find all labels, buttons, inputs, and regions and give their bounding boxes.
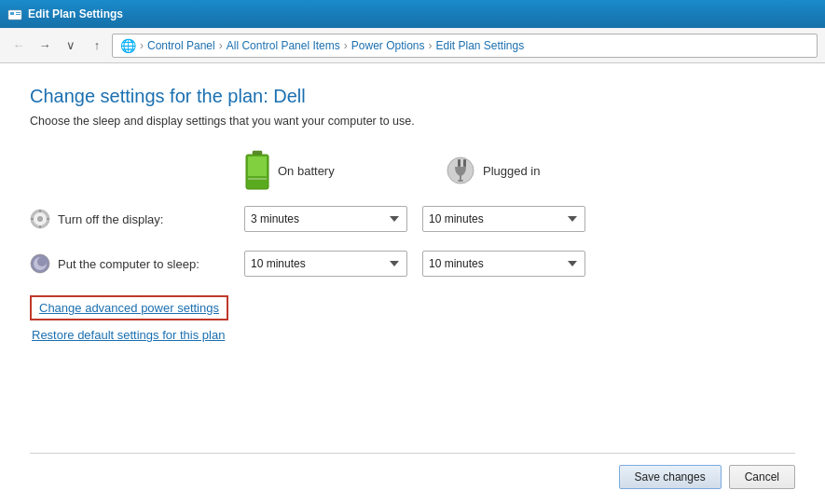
svg-rect-19 [47,218,49,220]
breadcrumb-all-items[interactable]: All Control Panel Items [227,39,340,52]
svg-rect-12 [460,175,461,180]
down-button[interactable]: ∨ [60,34,82,57]
page-title: Change settings for the plan: Dell [30,86,795,107]
svg-point-22 [37,257,47,266]
breadcrumb-power-options[interactable]: Power Options [351,39,425,52]
breadcrumb: 🌐 › Control Panel › All Control Panel It… [112,34,818,58]
breadcrumb-control-panel[interactable]: Control Panel [147,39,215,52]
sleep-controls: 1 minute 5 minutes 10 minutes 15 minutes… [244,251,585,277]
forward-button[interactable]: → [34,34,56,57]
display-icon [30,209,50,229]
display-setting-row: Turn off the display: 1 minute 2 minutes… [30,206,795,232]
sleep-label: Put the computer to sleep: [30,253,244,274]
svg-rect-7 [248,176,267,185]
svg-rect-8 [248,178,267,180]
restore-defaults-link[interactable]: Restore default settings for this plan [32,328,225,342]
window-icon [7,7,22,21]
advanced-settings-link[interactable]: Change advanced power settings [30,295,228,320]
sleep-setting-row: Put the computer to sleep: 1 minute 5 mi… [30,251,795,277]
battery-column-header: On battery [244,150,431,191]
plugged-label: Plugged in [483,164,540,178]
svg-rect-2 [16,12,21,13]
links-container: Change advanced power settings Restore d… [30,295,795,342]
back-button[interactable]: ← [7,34,30,57]
save-button[interactable]: Save changes [619,465,722,489]
main-content: Change settings for the plan: Dell Choos… [0,63,825,504]
sleep-icon [30,253,50,274]
sleep-battery-select[interactable]: 1 minute 5 minutes 10 minutes 15 minutes… [244,251,407,277]
svg-rect-1 [10,12,14,15]
svg-rect-11 [463,159,466,167]
display-label: Turn off the display: [30,209,244,229]
battery-label: On battery [278,164,335,178]
svg-rect-10 [458,159,461,167]
action-bar: Save changes Cancel [30,453,795,489]
display-battery-select[interactable]: 1 minute 2 minutes 3 minutes 5 minutes 1… [244,206,407,232]
svg-rect-16 [39,210,41,212]
battery-icon [244,150,270,191]
svg-point-15 [37,216,43,222]
svg-rect-18 [31,218,34,220]
svg-rect-4 [253,151,262,155]
cancel-button[interactable]: Cancel [729,465,795,489]
address-bar: ← → ∨ ↑ 🌐 › Control Panel › All Control … [0,28,825,63]
page-subtitle: Choose the sleep and display settings th… [30,115,795,128]
plugged-column-header: Plugged in [446,150,632,191]
display-controls: 1 minute 2 minutes 3 minutes 5 minutes 1… [244,206,585,232]
title-bar: Edit Plan Settings [0,0,825,28]
svg-rect-17 [39,225,41,228]
plug-icon [446,156,475,185]
window-title: Edit Plan Settings [28,7,123,20]
column-headers: On battery Plugged in [244,150,795,191]
display-plugged-select[interactable]: 1 minute 2 minutes 3 minutes 5 minutes 1… [422,206,585,232]
globe-icon: 🌐 [120,38,136,53]
sleep-plugged-select[interactable]: 1 minute 5 minutes 10 minutes 15 minutes… [422,251,585,277]
up-button[interactable]: ↑ [86,34,108,57]
svg-rect-3 [16,14,21,15]
breadcrumb-edit-plan[interactable]: Edit Plan Settings [435,39,524,52]
